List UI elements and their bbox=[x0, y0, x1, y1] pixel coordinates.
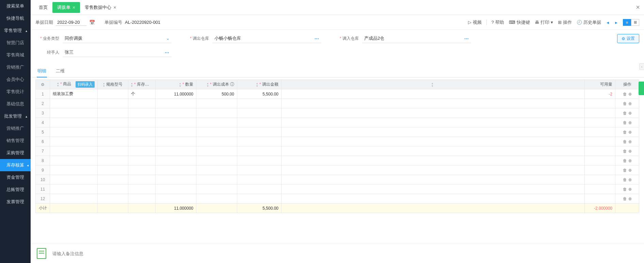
cell-blank[interactable] bbox=[281, 165, 585, 175]
cell-spec[interactable] bbox=[98, 118, 128, 127]
cell-blank[interactable] bbox=[281, 137, 585, 146]
col-amount[interactable]: ▴▾调出金额 bbox=[237, 80, 281, 89]
cell-qty[interactable] bbox=[156, 185, 196, 194]
cell-cost[interactable] bbox=[196, 165, 237, 175]
sidebar-item-wholesale[interactable]: 批发管理 bbox=[0, 110, 31, 122]
cell-amount[interactable] bbox=[237, 146, 281, 156]
cell-qty[interactable]: 11.000000 bbox=[156, 89, 196, 99]
cell-product[interactable] bbox=[50, 137, 98, 146]
cell-cost[interactable] bbox=[196, 185, 237, 194]
close-icon[interactable]: × bbox=[113, 5, 116, 10]
cell-spec[interactable] bbox=[98, 137, 128, 146]
cell-product[interactable] bbox=[50, 165, 98, 175]
cell-product[interactable] bbox=[50, 99, 98, 108]
delete-icon[interactable]: 🗑 bbox=[623, 130, 627, 135]
cell-cost[interactable] bbox=[196, 194, 237, 204]
delete-icon[interactable]: 🗑 bbox=[623, 101, 627, 106]
cell-amount[interactable] bbox=[237, 137, 281, 146]
cell-unit[interactable] bbox=[128, 137, 156, 146]
cell-spec[interactable] bbox=[98, 165, 128, 175]
sidebar-item-inventory[interactable]: 库存核算 bbox=[0, 159, 31, 171]
cell-blank[interactable] bbox=[281, 175, 585, 185]
copy-icon[interactable]: ⊕ bbox=[628, 149, 632, 154]
sidebar-item-marketing1[interactable]: 营销推广 bbox=[0, 61, 31, 73]
calendar-icon[interactable]: 📅 bbox=[89, 20, 95, 25]
cell-amount[interactable] bbox=[237, 99, 281, 108]
table-row[interactable]: 2🗑⊕ bbox=[36, 99, 639, 108]
cell-cost[interactable] bbox=[196, 127, 237, 137]
col-qty[interactable]: ▴▾数量 bbox=[156, 80, 196, 89]
sidebar-item-baseinfo[interactable]: 基础信息 bbox=[0, 98, 31, 110]
subtab-detail[interactable]: 明细 bbox=[37, 65, 47, 77]
cell-product[interactable] bbox=[50, 146, 98, 156]
sidebar-item-marketing2[interactable]: 营销推广 bbox=[0, 122, 31, 135]
history-button[interactable]: 🕘历史单据 bbox=[577, 19, 601, 25]
cell-qty[interactable] bbox=[156, 137, 196, 146]
cell-unit[interactable] bbox=[128, 108, 156, 118]
table-row[interactable]: 6🗑⊕ bbox=[36, 137, 639, 146]
table-row[interactable]: 10🗑⊕ bbox=[36, 175, 639, 185]
col-blank[interactable]: ▴▾ bbox=[281, 80, 585, 89]
cell-qty[interactable] bbox=[156, 99, 196, 108]
view-list-button[interactable]: ≡ bbox=[623, 19, 631, 26]
help-button[interactable]: ?帮助 bbox=[492, 19, 504, 25]
date-input[interactable]: 2022-09-20 bbox=[56, 19, 86, 26]
cell-spec[interactable] bbox=[98, 194, 128, 204]
col-spec[interactable]: ▴▾规格型号 bbox=[98, 80, 128, 89]
shortcut-button[interactable]: ⌨快捷键 bbox=[509, 19, 530, 25]
cell-blank[interactable] bbox=[281, 127, 585, 137]
cell-amount[interactable] bbox=[237, 108, 281, 118]
copy-icon[interactable]: ⊕ bbox=[628, 158, 632, 163]
delete-icon[interactable]: 🗑 bbox=[623, 177, 627, 182]
cell-unit[interactable] bbox=[128, 185, 156, 194]
cell-blank[interactable] bbox=[281, 89, 585, 99]
cell-product[interactable] bbox=[50, 185, 98, 194]
delete-icon[interactable]: 🗑 bbox=[623, 196, 627, 201]
cell-product[interactable]: 组装加工费 bbox=[50, 89, 98, 99]
copy-icon[interactable]: ⊕ bbox=[628, 101, 632, 106]
cell-qty[interactable] bbox=[156, 165, 196, 175]
cell-blank[interactable] bbox=[281, 99, 585, 108]
cell-qty[interactable] bbox=[156, 118, 196, 127]
cell-cost[interactable] bbox=[196, 156, 237, 165]
cell-unit[interactable] bbox=[128, 165, 156, 175]
col-product[interactable]: ▴▾商品扫码录入 bbox=[50, 80, 98, 89]
cell-blank[interactable] bbox=[281, 194, 585, 204]
cell-spec[interactable] bbox=[98, 99, 128, 108]
cell-blank[interactable] bbox=[281, 185, 585, 194]
cell-cost[interactable] bbox=[196, 175, 237, 185]
cell-blank[interactable] bbox=[281, 156, 585, 165]
remark-input[interactable] bbox=[52, 251, 638, 256]
sidebar-item-fund[interactable]: 资金管理 bbox=[0, 171, 31, 183]
outwh-select[interactable]: 小畅小畅仓库⋯ bbox=[212, 34, 321, 43]
prev-doc-button[interactable]: ◂ bbox=[606, 20, 610, 25]
handler-select[interactable]: 张三⋯ bbox=[63, 48, 172, 57]
sidebar-item-member[interactable]: 会员中心 bbox=[0, 73, 31, 86]
col-cost[interactable]: ▴▾调出成本 ⓘ bbox=[196, 80, 237, 89]
cell-unit[interactable] bbox=[128, 156, 156, 165]
copy-icon[interactable]: ⊕ bbox=[628, 130, 632, 135]
cell-unit[interactable] bbox=[128, 146, 156, 156]
video-button[interactable]: ▷视频 bbox=[468, 19, 482, 25]
edge-action-tab[interactable] bbox=[639, 82, 644, 95]
cell-qty[interactable] bbox=[156, 156, 196, 165]
biztype-select[interactable]: 同价调拨⌄ bbox=[63, 34, 172, 43]
sidebar-item-smartstore[interactable]: 智慧门店 bbox=[0, 37, 31, 49]
sidebar-item-quicknav[interactable]: 快捷导航 bbox=[0, 12, 31, 24]
col-avail[interactable]: 可用量 bbox=[585, 80, 615, 89]
cell-blank[interactable] bbox=[281, 118, 585, 127]
delete-icon[interactable]: 🗑 bbox=[623, 120, 627, 125]
cell-cost[interactable] bbox=[196, 146, 237, 156]
cell-spec[interactable] bbox=[98, 185, 128, 194]
tab-transfer[interactable]: 调拨单× bbox=[52, 2, 80, 13]
table-row[interactable]: 9🗑⊕ bbox=[36, 165, 639, 175]
tab-retaildata[interactable]: 零售数据中心× bbox=[80, 2, 121, 13]
sidebar-item-ledger[interactable]: 总账管理 bbox=[0, 183, 31, 196]
cell-amount[interactable] bbox=[237, 156, 281, 165]
sidebar-item-search[interactable]: 搜索菜单 bbox=[0, 0, 31, 12]
cell-unit[interactable] bbox=[128, 118, 156, 127]
copy-icon[interactable]: ⊕ bbox=[628, 187, 632, 192]
cell-cost[interactable] bbox=[196, 108, 237, 118]
delete-icon[interactable]: 🗑 bbox=[623, 111, 627, 116]
cell-qty[interactable] bbox=[156, 146, 196, 156]
